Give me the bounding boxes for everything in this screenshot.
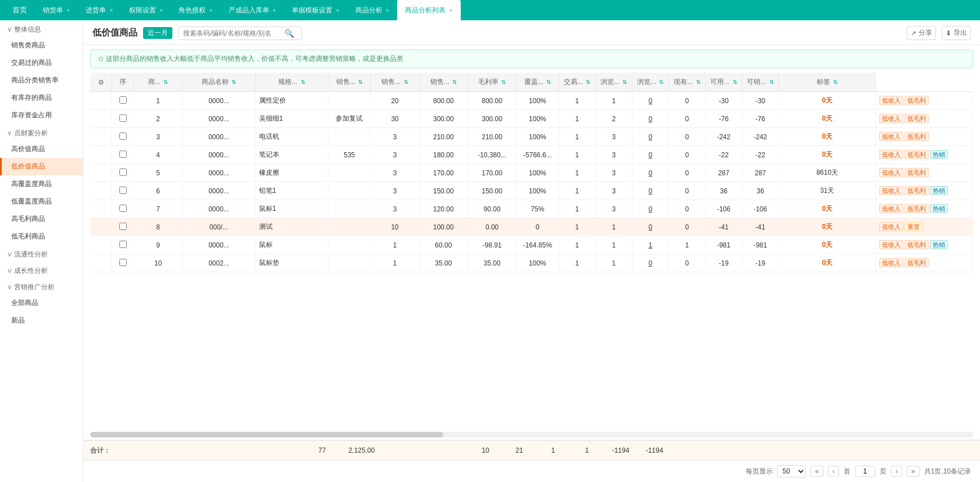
share-button[interactable]: ↗ 分享 bbox=[907, 26, 936, 40]
row-select-checkbox[interactable] bbox=[119, 114, 127, 122]
close-productstock-icon[interactable]: × bbox=[273, 7, 276, 14]
sidebar-item-high-margin[interactable]: 高毛利商品 bbox=[0, 210, 83, 228]
th-coverage[interactable]: 覆盖... ⇅ bbox=[516, 73, 559, 92]
row-select-checkbox[interactable] bbox=[119, 223, 127, 230]
sidebar-group-financial[interactable]: ∨ 员财案分析 bbox=[0, 124, 83, 140]
row-select-checkbox[interactable] bbox=[119, 151, 127, 158]
row-select-checkbox[interactable] bbox=[119, 259, 127, 266]
th-name[interactable]: 商品名称 ⇅ bbox=[182, 73, 255, 92]
views1-link[interactable]: 0 bbox=[648, 133, 652, 141]
th-avail[interactable]: 可用... ⇅ bbox=[705, 73, 742, 92]
th-sale-income[interactable]: 销售... ⇅ bbox=[371, 73, 419, 92]
nav-goods-analysis-list[interactable]: 商品分析列表 × bbox=[397, 0, 460, 20]
th-sale-qty[interactable]: 销售... ⇅ bbox=[328, 73, 371, 92]
row-checkbox-cell[interactable] bbox=[112, 254, 134, 272]
row-views1[interactable]: 0 bbox=[632, 146, 669, 164]
th-sale-avg[interactable]: 销售... ⇅ bbox=[419, 73, 467, 92]
row-select-checkbox[interactable] bbox=[119, 132, 127, 140]
table-scrollbar[interactable] bbox=[90, 432, 973, 437]
settings-icon[interactable]: ⚙ bbox=[98, 78, 104, 86]
export-button[interactable]: ⬇ 导出 bbox=[942, 26, 971, 40]
close-sales-icon[interactable]: × bbox=[66, 7, 70, 14]
page-number-input[interactable] bbox=[855, 466, 875, 477]
views1-link[interactable]: 0 bbox=[648, 187, 652, 195]
row-checkbox-cell[interactable] bbox=[112, 200, 134, 218]
row-checkbox-cell[interactable] bbox=[112, 182, 134, 200]
row-views1[interactable]: 0 bbox=[632, 218, 669, 236]
sidebar-item-category-rate[interactable]: 商品分类销售率 bbox=[0, 72, 83, 89]
row-select-checkbox[interactable] bbox=[119, 96, 127, 104]
nav-role-auth[interactable]: 角色授权 × bbox=[171, 0, 220, 20]
row-checkbox-cell[interactable] bbox=[112, 218, 134, 236]
th-stock[interactable]: 现有... ⇅ bbox=[669, 73, 705, 92]
row-select-checkbox[interactable] bbox=[119, 169, 127, 176]
row-checkbox-cell[interactable] bbox=[112, 128, 134, 146]
views1-link[interactable]: 0 bbox=[648, 97, 652, 105]
row-views1[interactable]: 0 bbox=[632, 182, 669, 200]
sidebar-item-low-coverage[interactable]: 低覆盖度商品 bbox=[0, 193, 83, 210]
first-page-button[interactable]: « bbox=[810, 466, 823, 477]
prev-page-button[interactable]: ‹ bbox=[828, 466, 839, 477]
th-sell-days[interactable]: 可销... ⇅ bbox=[742, 73, 778, 92]
next-page-button[interactable]: › bbox=[891, 466, 902, 477]
row-checkbox-cell[interactable] bbox=[112, 236, 134, 254]
row-checkbox-cell[interactable] bbox=[112, 110, 134, 128]
row-checkbox-cell[interactable] bbox=[112, 146, 134, 164]
table-container[interactable]: ⚙ 序 商... ⇅ 商品名称 ⇅ 规格... ⇅ bbox=[83, 73, 980, 432]
views1-link[interactable]: 0 bbox=[648, 115, 652, 123]
close-purchase-icon[interactable]: × bbox=[109, 7, 113, 14]
th-code[interactable]: 商... ⇅ bbox=[134, 73, 182, 92]
search-icon[interactable]: 🔍 bbox=[284, 29, 294, 38]
sidebar-item-low-value[interactable]: 低价值商品 bbox=[0, 158, 83, 175]
th-views1[interactable]: 浏览... ⇅ bbox=[595, 73, 632, 92]
sidebar-group-overall[interactable]: ∨ 整体信息 bbox=[0, 20, 83, 37]
row-select-checkbox[interactable] bbox=[119, 187, 127, 194]
period-badge[interactable]: 近一月 bbox=[143, 27, 172, 39]
th-views2[interactable]: 浏览... ⇅ bbox=[632, 73, 669, 92]
sidebar-group-flow[interactable]: ∨ 流通性分析 bbox=[0, 245, 83, 262]
row-views1[interactable]: 0 bbox=[632, 164, 669, 182]
sidebar-item-capital[interactable]: 库存资金占用 bbox=[0, 107, 83, 124]
close-permissions-icon[interactable]: × bbox=[159, 7, 163, 14]
views1-link[interactable]: 0 bbox=[648, 223, 652, 231]
nav-template[interactable]: 单据模板设置 × bbox=[284, 0, 347, 20]
page-size-select[interactable]: 50 100 200 bbox=[777, 465, 806, 477]
nav-home[interactable]: 首页 bbox=[5, 0, 35, 20]
views1-link[interactable]: 1 bbox=[648, 241, 652, 249]
row-select-checkbox[interactable] bbox=[119, 205, 127, 212]
row-views1[interactable]: 0 bbox=[632, 128, 669, 146]
sidebar-item-high-value[interactable]: 高价值商品 bbox=[0, 140, 83, 158]
th-settings[interactable]: ⚙ bbox=[90, 73, 112, 92]
views1-link[interactable]: 0 bbox=[648, 205, 652, 213]
th-spec[interactable]: 规格... ⇅ bbox=[255, 73, 328, 92]
sidebar-item-high-coverage[interactable]: 高覆盖度商品 bbox=[0, 175, 83, 193]
sidebar-item-traded-goods[interactable]: 交易过的商品 bbox=[0, 54, 83, 72]
nav-product-stock[interactable]: 产成品入库单 × bbox=[221, 0, 284, 20]
nav-goods-analysis[interactable]: 商品分析 × bbox=[348, 0, 397, 20]
row-views1[interactable]: 0 bbox=[632, 110, 669, 128]
close-template-icon[interactable]: × bbox=[336, 7, 339, 14]
nav-purchase[interactable]: 进货单 × bbox=[78, 0, 121, 20]
sidebar-group-marketing[interactable]: ∨ 营销推广分析 bbox=[0, 278, 83, 294]
row-views1[interactable]: 0 bbox=[632, 92, 669, 110]
row-checkbox-cell[interactable] bbox=[112, 164, 134, 182]
sidebar-item-all-goods[interactable]: 全部商品 bbox=[0, 294, 83, 312]
nav-permissions[interactable]: 权限设置 × bbox=[121, 0, 171, 20]
row-views1[interactable]: 0 bbox=[632, 254, 669, 272]
views1-link[interactable]: 0 bbox=[648, 259, 652, 267]
sidebar-item-sales-goods[interactable]: 销售类商品 bbox=[0, 37, 83, 54]
row-views1[interactable]: 0 bbox=[632, 200, 669, 218]
views1-link[interactable]: 0 bbox=[648, 169, 652, 177]
search-input[interactable] bbox=[183, 29, 284, 37]
row-checkbox-cell[interactable] bbox=[112, 92, 134, 110]
table-scrollbar-thumb[interactable] bbox=[90, 432, 443, 437]
sidebar-item-stocked-goods[interactable]: 有库存的商品 bbox=[0, 89, 83, 107]
close-goodsanalysis-icon[interactable]: × bbox=[386, 7, 389, 14]
sidebar-group-growth[interactable]: ∨ 成长性分析 bbox=[0, 262, 83, 278]
sidebar-item-low-margin[interactable]: 低毛利商品 bbox=[0, 228, 83, 245]
row-views1[interactable]: 1 bbox=[632, 236, 669, 254]
close-goodslist-icon[interactable]: × bbox=[449, 7, 452, 14]
views1-link[interactable]: 0 bbox=[648, 151, 652, 159]
th-tags[interactable]: 标签 ⇅ bbox=[779, 73, 876, 92]
nav-sales[interactable]: 销货单 × bbox=[35, 0, 78, 20]
